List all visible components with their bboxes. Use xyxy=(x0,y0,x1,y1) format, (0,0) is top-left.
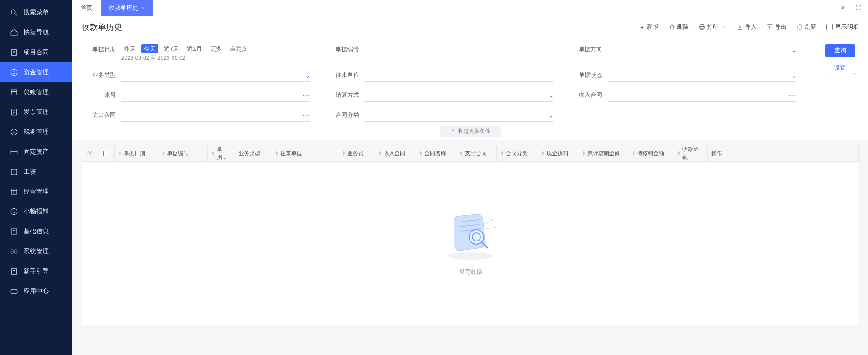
query-button[interactable]: 查询 xyxy=(825,44,855,57)
sort-icon: ▲▼ xyxy=(211,151,215,156)
more-icon[interactable]: ··· xyxy=(302,112,310,119)
collapse-label: 收起更多条件 xyxy=(458,128,490,135)
income-contract-input[interactable] xyxy=(608,92,789,99)
sidebar-item-9[interactable]: 经营管理 xyxy=(0,182,72,202)
search-icon xyxy=(10,9,18,17)
table-column-header[interactable]: ▲▼累计核销金额 xyxy=(578,145,628,161)
home-icon xyxy=(10,28,18,37)
sidebar-item-label: 发票管理 xyxy=(24,108,49,116)
table-column-header[interactable]: 操作 xyxy=(708,145,739,161)
table-column-header[interactable]: ▲▼收入合同 xyxy=(374,145,415,161)
settle-input[interactable] xyxy=(364,92,548,99)
expense-contract-input[interactable] xyxy=(121,112,302,119)
add-label: 新增 xyxy=(647,23,659,31)
show-detail-label: 显示明细 xyxy=(835,23,859,31)
direction-input[interactable] xyxy=(608,47,791,53)
account-input[interactable] xyxy=(121,92,302,99)
date-chip[interactable]: 今天 xyxy=(141,44,158,53)
table-column-header[interactable]: ▲▼支出合同 xyxy=(456,145,497,161)
sidebar-item-8[interactable]: 工资 xyxy=(0,162,72,182)
chevron-down-icon[interactable]: ⌄ xyxy=(548,112,553,119)
svg-point-26 xyxy=(448,252,493,260)
table-column-header[interactable]: ▲▼业务员 xyxy=(338,145,374,161)
column-label: 现金折扣 xyxy=(547,150,568,157)
date-chip[interactable]: 自定义 xyxy=(227,44,250,53)
table-column-header[interactable]: 业务类型 xyxy=(235,145,271,161)
sidebar-item-14[interactable]: 应用中心 xyxy=(0,281,72,301)
fullscreen-icon[interactable] xyxy=(854,3,863,13)
filter-settle: 结算方式 ⌄ xyxy=(328,90,553,102)
sidebar-item-13[interactable]: 新手引导 xyxy=(0,261,72,281)
show-detail-checkbox[interactable] xyxy=(826,24,833,30)
table-settings-button[interactable] xyxy=(82,145,98,161)
add-button[interactable]: + 新增 xyxy=(639,23,659,31)
sidebar-item-11[interactable]: 基础信息 xyxy=(0,222,72,241)
column-label: 单据... xyxy=(217,146,231,161)
sidebar-item-7[interactable]: 固定资产 xyxy=(0,142,72,162)
sidebar-item-6[interactable]: 税务管理 xyxy=(0,122,72,142)
table-column-header[interactable]: ▲▼单据... xyxy=(208,145,235,161)
empty-illustration-icon xyxy=(441,211,500,260)
sidebar-item-2[interactable]: 项目合同 xyxy=(0,43,72,62)
tab-1[interactable]: 收款单历史× xyxy=(101,0,153,16)
sidebar-item-5[interactable]: 发票管理 xyxy=(0,102,72,122)
chevron-down-icon[interactable]: ⌄ xyxy=(548,92,553,99)
column-label: 支出合同 xyxy=(465,150,487,157)
sidebar-item-12[interactable]: 系统管理 xyxy=(0,241,72,261)
print-label: 打印 xyxy=(707,23,719,31)
filter-income-contract-label: 收入合同 xyxy=(571,90,608,99)
chevron-down-icon[interactable]: ⌄ xyxy=(791,72,796,79)
svg-rect-10 xyxy=(11,150,17,154)
more-icon[interactable]: ··· xyxy=(302,92,310,99)
export-button[interactable]: 导出 xyxy=(767,23,786,31)
filter-date: 单据日期 昨天今天近7天近1月更多自定义 2023-06-02 至 2023-0… xyxy=(85,44,310,62)
table-column-header[interactable]: ▲▼单据编号 xyxy=(158,145,208,161)
more-icon[interactable]: ··· xyxy=(789,92,796,99)
settings-button[interactable]: 设置 xyxy=(825,62,855,74)
more-icon[interactable]: ··· xyxy=(546,72,553,79)
column-label: 业务员 xyxy=(347,150,364,157)
svg-line-1 xyxy=(15,14,17,15)
table-column-header[interactable]: ▲▼单据日期 xyxy=(115,145,158,161)
sidebar-item-3[interactable]: 资金管理 xyxy=(0,62,72,82)
sort-icon: ▲▼ xyxy=(582,151,585,156)
chevron-down-icon[interactable]: ⌄ xyxy=(305,72,310,79)
sidebar-item-4[interactable]: 总账管理 xyxy=(0,82,72,102)
status-input[interactable] xyxy=(608,72,791,79)
tab-0[interactable]: 首页 xyxy=(72,0,101,16)
close-icon[interactable]: × xyxy=(142,5,145,11)
table-column-header[interactable]: ▲▼合同名称 xyxy=(415,145,456,161)
close-icon[interactable]: × xyxy=(838,3,848,13)
date-chip[interactable]: 更多 xyxy=(207,44,225,53)
filter-direction-label: 单据方向 xyxy=(571,44,608,53)
doc-no-input[interactable] xyxy=(364,47,553,53)
sidebar-item-1[interactable]: 快捷导航 xyxy=(0,23,72,43)
data-table: ▲▼单据日期▲▼单据编号▲▼单据...业务类型▲▼往来单位▲▼业务员▲▼收入合同… xyxy=(82,145,859,325)
refresh-button[interactable]: 刷新 xyxy=(796,23,816,31)
column-label: 操作 xyxy=(711,150,722,157)
sidebar-item-label: 新手引导 xyxy=(24,267,49,275)
show-detail-toggle[interactable]: 显示明细 xyxy=(826,23,859,31)
date-range-text: 2023-06-02 至 2023-06-02 xyxy=(121,54,250,62)
date-chip[interactable]: 近1月 xyxy=(184,44,205,53)
date-chip[interactable]: 昨天 xyxy=(121,44,139,53)
contract-class-input[interactable] xyxy=(364,112,548,119)
table-column-header[interactable]: ▲▼现金折扣 xyxy=(537,145,578,161)
trash-icon xyxy=(669,24,675,30)
table-column-header[interactable]: ▲▼收款金额 xyxy=(673,145,708,161)
date-chip[interactable]: 近7天 xyxy=(161,44,182,53)
delete-button[interactable]: 删除 xyxy=(669,23,689,31)
partner-input[interactable] xyxy=(364,72,546,79)
print-button[interactable]: 打印 xyxy=(699,23,727,31)
collapse-filters-button[interactable]: ⌃ 收起更多条件 xyxy=(440,126,501,137)
import-button[interactable]: 导入 xyxy=(737,23,757,31)
table-column-header[interactable]: ▲▼往来单位 xyxy=(271,145,338,161)
table-column-header[interactable]: ▲▼待核销金额 xyxy=(628,145,673,161)
column-label: 合同分类 xyxy=(506,150,528,157)
sidebar-item-10[interactable]: 小畅报销 xyxy=(0,202,72,222)
biz-type-input[interactable] xyxy=(121,72,305,79)
select-all-checkbox[interactable] xyxy=(98,145,115,161)
table-column-header[interactable]: ▲▼合同分类 xyxy=(497,145,537,161)
sidebar-item-0[interactable]: 搜索菜单 xyxy=(0,3,72,23)
chevron-down-icon[interactable]: ⌄ xyxy=(791,47,796,53)
